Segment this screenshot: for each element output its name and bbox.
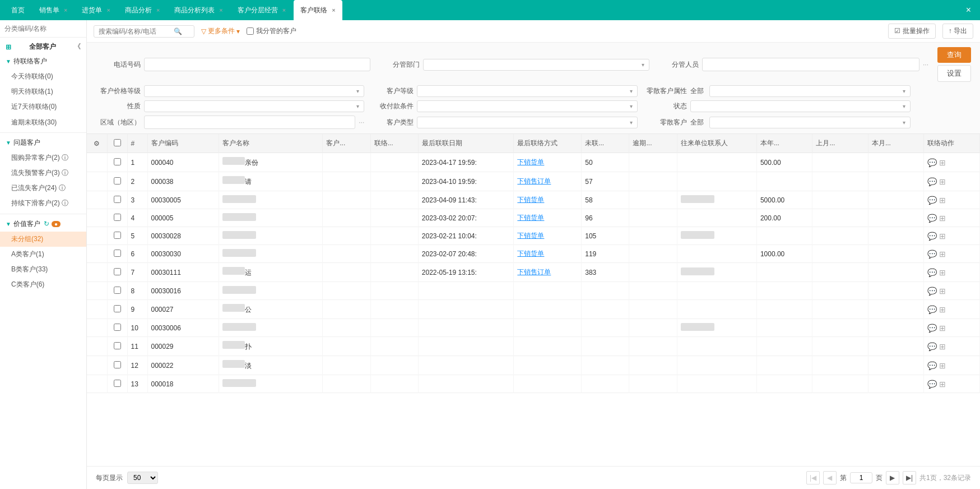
grid-action-icon[interactable]: ⊞ — [939, 196, 946, 205]
td-checkbox[interactable] — [107, 172, 127, 191]
chat-icon[interactable]: 💬 — [927, 177, 937, 186]
grid-action-icon[interactable]: ⊞ — [939, 287, 946, 296]
grid-action-icon[interactable]: ⊞ — [939, 305, 946, 314]
th-name[interactable]: 客户名称 — [219, 134, 323, 153]
row-checkbox[interactable] — [114, 268, 121, 275]
nav-product-list[interactable]: 商品分析列表 × — [168, 0, 229, 20]
chat-icon[interactable]: 💬 — [927, 214, 937, 223]
group-problem[interactable]: ▼ 问题客户 — [0, 135, 86, 150]
grid-action-icon[interactable]: ⊞ — [939, 214, 946, 223]
th-gear[interactable]: ⚙ — [87, 134, 107, 153]
td-checkbox[interactable] — [107, 209, 127, 227]
td-checkbox[interactable] — [107, 319, 127, 337]
scatter-attr-select[interactable]: ▾ — [709, 85, 911, 97]
nav-sales[interactable]: 销售单 × — [32, 0, 74, 20]
region-dotdot-icon[interactable]: ··· — [359, 118, 364, 126]
query-button[interactable]: 查询 — [937, 47, 971, 63]
group-pending[interactable]: ▼ 待联络客户 — [0, 54, 86, 69]
last-method-link[interactable]: 下销货单 — [517, 250, 544, 257]
close-purchase-icon[interactable]: × — [106, 0, 110, 20]
group-value[interactable]: ▼ 价值客户 ↻ ● — [0, 216, 86, 232]
status-select[interactable]: ▾ — [690, 100, 911, 112]
td-checkbox[interactable] — [107, 153, 127, 172]
row-checkbox[interactable] — [114, 342, 121, 349]
last-page-button[interactable]: ▶| — [903, 471, 916, 485]
nav-home[interactable]: 首页 — [4, 0, 31, 20]
my-customers-check[interactable] — [247, 27, 254, 35]
nav-purchase[interactable]: 进货单 × — [75, 0, 117, 20]
filter-search-box[interactable]: 🔍 — [94, 25, 194, 38]
td-checkbox[interactable] — [107, 282, 127, 300]
ctype-select[interactable]: ▾ — [417, 117, 637, 128]
nature-select[interactable]: ▾ — [144, 100, 364, 112]
chat-icon[interactable]: 💬 — [927, 324, 937, 333]
sidebar-item-churning[interactable]: 流失预警客户(3) ⓘ — [0, 165, 86, 181]
last-method-link[interactable]: 下销售订单 — [517, 177, 551, 185]
row-checkbox[interactable] — [114, 361, 121, 368]
td-checkbox[interactable] — [107, 245, 127, 263]
grid-action-icon[interactable]: ⊞ — [939, 268, 946, 277]
th-this-month[interactable]: 本月... — [868, 134, 924, 153]
chat-icon[interactable]: 💬 — [927, 268, 937, 277]
sidebar-item-ungroup[interactable]: 未分组(32) — [0, 232, 86, 247]
last-method-link[interactable]: 下销货单 — [517, 196, 544, 204]
filter-search-icon[interactable]: 🔍 — [174, 27, 182, 35]
sidebar-item-overdue[interactable]: 逾期未联络(30) — [0, 115, 86, 130]
chat-icon[interactable]: 💬 — [927, 196, 937, 205]
sidebar-item-today[interactable]: 今天待联络(0) — [0, 69, 86, 84]
sidebar-item-declining[interactable]: 持续下滑客户(2) ⓘ — [0, 196, 86, 211]
row-checkbox[interactable] — [114, 250, 121, 257]
th-overdue[interactable]: 逾期... — [629, 134, 677, 153]
grid-action-icon[interactable]: ⊞ — [939, 380, 946, 389]
nav-customer-tier[interactable]: 客户分层经营 × — [231, 0, 292, 20]
my-customers-checkbox[interactable]: 我分管的客户 — [247, 26, 296, 36]
row-checkbox[interactable] — [114, 158, 121, 165]
sidebar-item-churned[interactable]: 已流失客户(24) ⓘ — [0, 181, 86, 196]
chat-icon[interactable]: 💬 — [927, 305, 937, 314]
gear-settings-icon[interactable]: ⚙ — [94, 140, 100, 147]
td-checkbox[interactable] — [107, 263, 127, 282]
phone-input[interactable] — [144, 58, 370, 71]
dept-select[interactable]: ▾ — [423, 59, 649, 71]
page-size-select[interactable]: 50 100 200 — [127, 472, 158, 484]
close-pa-icon[interactable]: × — [156, 0, 160, 20]
last-method-link[interactable]: 下销货单 — [517, 214, 544, 222]
td-checkbox[interactable] — [107, 191, 127, 209]
td-checkbox[interactable] — [107, 337, 127, 356]
th-uncontacted[interactable]: 未联... — [582, 134, 629, 153]
collapse-icon[interactable]: 《 — [74, 42, 81, 52]
grid-action-icon[interactable]: ⊞ — [939, 342, 946, 351]
td-checkbox[interactable] — [107, 375, 127, 393]
grid-action-icon[interactable]: ⊞ — [939, 177, 946, 186]
scatter-select[interactable]: ▾ — [709, 117, 911, 128]
export-button[interactable]: ↑ 导出 — [942, 24, 973, 39]
current-page-input[interactable] — [850, 472, 872, 483]
chat-icon[interactable]: 💬 — [927, 250, 937, 259]
price-grade-select[interactable]: ▾ — [144, 85, 364, 97]
close-ct-icon[interactable]: × — [282, 0, 286, 20]
sidebar-search-box[interactable]: 🔍 — [0, 20, 86, 38]
td-checkbox[interactable] — [107, 356, 127, 375]
grid-action-icon[interactable]: ⊞ — [939, 158, 946, 167]
nav-product-analysis[interactable]: 商品分析 × — [118, 0, 166, 20]
th-unit-contact[interactable]: 往来单位联系人 — [677, 134, 756, 153]
row-checkbox[interactable] — [114, 324, 121, 331]
row-checkbox[interactable] — [114, 196, 121, 203]
close-pl-icon[interactable]: × — [219, 0, 222, 20]
sidebar-search-input[interactable] — [4, 25, 87, 33]
th-type[interactable]: 客户... — [323, 134, 370, 153]
sidebar-item-classB[interactable]: B类客户(33) — [0, 262, 86, 277]
select-all-checkbox[interactable] — [114, 139, 121, 146]
row-checkbox[interactable] — [114, 380, 121, 387]
row-checkbox[interactable] — [114, 177, 121, 184]
chat-icon[interactable]: 💬 — [927, 287, 937, 296]
batch-op-button[interactable]: ☑ 批量操作 — [888, 24, 935, 39]
grid-action-icon[interactable]: ⊞ — [939, 250, 946, 259]
sidebar-item-tomorrow[interactable]: 明天待联络(1) — [0, 84, 86, 99]
manager-input[interactable] — [702, 58, 919, 71]
close-cc-icon[interactable]: × — [332, 0, 335, 20]
th-last-method[interactable]: 最后联络方式 — [514, 134, 582, 153]
sidebar-item-7days[interactable]: 近7天待联络(0) — [0, 99, 86, 114]
sidebar-item-classA[interactable]: A类客户(1) — [0, 247, 86, 262]
close-sales-icon[interactable]: × — [64, 0, 67, 20]
